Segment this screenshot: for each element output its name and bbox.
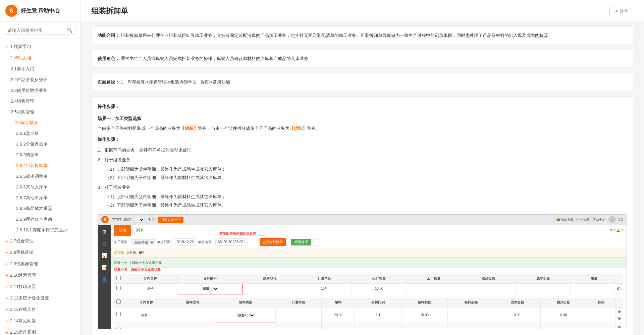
sidebar-item-coupon[interactable]: + 2.9优惠券管理 — [0, 258, 80, 270]
app-extra-icons: ⚙ □ 🔔 × — [609, 227, 623, 233]
role-text: 通常由生产人员或库管人员完成拆装业务的操作，库管人员确认原材料的出库和产成品的入… — [121, 56, 308, 61]
tab-list[interactable]: 列表 — [131, 225, 148, 236]
sidebar-item-cases[interactable]: + 2.15操作案例 — [0, 327, 80, 335]
cell-cost-amt — [516, 283, 570, 294]
plus-icon: + — [5, 330, 8, 335]
step3-sub: （1）上部明细为父件明细，最终作为原材料生成其它出库单； （2）下部明细为子件明… — [106, 193, 627, 209]
logo-text: 好生意 帮助中心 — [21, 7, 60, 14]
sidebar: 6 好生意 帮助中心 🔍 + 1.视频学习 − 2.帮助文档 2.1新手入门 2… — [0, 0, 80, 335]
sidebar-item-print[interactable]: + 2.11打印设置 — [0, 281, 80, 292]
row-checkbox[interactable] — [116, 286, 121, 290]
bottom-table: 子件名称 规格型号 领料类型 计量单位 用料 分摊比例 领料实数 领料金额 成本 — [114, 298, 623, 329]
cell-b-actual-2: 20.00 — [401, 323, 447, 329]
page-title: 组装拆卸单 — [91, 6, 128, 16]
sidebar-item-money[interactable]: + 2.7资金管理 — [0, 235, 80, 247]
cell-b-action-1[interactable]: ⊕ ⊖ — [616, 307, 623, 323]
sidebar-item-label: 2.3使用前数据准备 — [11, 88, 47, 94]
sidebar-item-label: 2.5采购管理 — [11, 109, 34, 115]
sidebar-item-faq[interactable]: + 2.14常见问题 — [0, 315, 80, 327]
sidebar-item-label: 2.6.1盘点单 — [16, 130, 39, 136]
sidebar-item-personalize[interactable]: + 2.12系统个性化设置 — [0, 292, 80, 304]
annotation-text-1: 有装配清单的在这里处理 — [219, 231, 256, 237]
sidebar-item-outother[interactable]: 2.6.7其他出库单 — [0, 192, 80, 203]
col-b-type: 领料类型 — [216, 298, 275, 307]
extra-btn[interactable]: ··· — [313, 239, 321, 245]
app-store-select[interactable] — [135, 217, 145, 223]
cell-b-unit-1 — [275, 307, 321, 323]
sidebar-item-partialcount[interactable]: 2.6.2分量盘点单 — [0, 139, 80, 150]
cell-b-cost-1: 0.00 — [494, 307, 540, 323]
share-icon: ↗ — [614, 9, 618, 14]
cell-parent-code: 组图↓ — [177, 283, 243, 294]
type-select[interactable]: 组装单据 拆卸单据 — [131, 239, 155, 245]
col-b-child-name: 子件名称 — [123, 298, 169, 307]
cell-b-ratio-2: 1:1 — [355, 323, 401, 329]
sidebar-item-stockerror[interactable]: 2.6.10库存账本错了怎么办 — [0, 225, 80, 235]
sidebar-item-label: 2.帮助文档 — [10, 55, 31, 61]
top-table: 父件名称 父件编号 规格型号 计量单位 生产数量 工厂数量 成品金额 成本金额 — [114, 274, 623, 294]
sidebar-item-assembly[interactable]: 2.6.4组装拆卸单 — [0, 160, 80, 171]
plus-icon: + — [5, 307, 8, 312]
sidebar-item-goodscost[interactable]: 2.6.8商品成本重算 — [0, 203, 80, 214]
sidebar-item-label: 2.6.8商品成本重算 — [16, 206, 52, 212]
toggle-label: 组装业务 — [114, 261, 127, 265]
sidebar-item-payment[interactable]: + 2.13在线支付 — [0, 304, 80, 315]
row-checkbox-1[interactable] — [116, 312, 121, 316]
cell-child-name-2: 板材 2 — [123, 323, 169, 329]
cell-b-std-2 — [587, 323, 615, 329]
sidebar-item-mobile[interactable]: + 2.8手机旺铺 — [0, 247, 80, 258]
sidebar-item-video[interactable]: + 1.视频学习 — [0, 41, 80, 52]
sidebar-item-costadj[interactable]: 2.6.5成本调整单 — [0, 171, 80, 182]
select-all-bottom[interactable] — [116, 299, 121, 304]
search-icon[interactable]: 🔍 — [67, 27, 72, 33]
cell-checkbox — [114, 283, 123, 294]
col-b-usage: 用料 — [322, 298, 355, 307]
sidebar-item-inother[interactable]: 2.6.6其他入库单 — [0, 182, 80, 192]
sidebar-item-operation[interactable]: + 2.10经营管理 — [0, 270, 80, 281]
share-button[interactable]: ↗ 分享 — [609, 6, 633, 16]
cell-b-type-2 — [216, 323, 275, 329]
sync-button[interactable]: 同步更新一下 — [158, 217, 183, 223]
role-block: 使用角色： 通常由生产人员或库管人员完成拆装业务的操作，库管人员确认原材料的出库… — [91, 50, 633, 67]
sidebar-item-sales[interactable]: 2.4销售管理 — [0, 96, 80, 107]
process-btn[interactable]: 启用处理 — [291, 239, 311, 245]
app-main-area: 新增 列表 ⚙ □ 🔔 × 加工类型 : 组装单据 拆卸单据 — [111, 225, 627, 329]
cell-b-action-2[interactable]: ⊕ ⊖ — [616, 323, 623, 329]
steps-block: 操作步骤： 场景一：加工类型选择 当由多个子件材料组装成一个成品的业务为【组装】… — [91, 96, 633, 335]
sidebar-item-label: 2.6.5成本调整单 — [16, 173, 48, 179]
col-parent-code: 父件编号 — [177, 274, 243, 283]
cell-b-actual-1: 20.00 — [401, 307, 447, 323]
cell-b-unit-2 — [275, 323, 321, 329]
plus-icon: + — [5, 318, 8, 324]
select-all-top[interactable] — [116, 276, 121, 280]
search-input[interactable] — [8, 28, 67, 33]
sidebar-item-label: 2.1新手入门 — [11, 66, 34, 72]
sidebar-item-label: 2.6.6其他入库单 — [16, 184, 48, 190]
row-checkbox-2[interactable] — [116, 328, 121, 329]
sidebar-item-label: 2.6.2分量盘点单 — [16, 141, 48, 147]
app-icon-set: ⚙ ⟳ — [148, 217, 155, 223]
sidebar-item-stockcount[interactable]: 2.6.1盘点单 — [0, 128, 80, 139]
col-checkbox — [114, 274, 123, 283]
bom-btn[interactable]: 选择对料清单 — [260, 238, 286, 246]
sidebar-item-new[interactable]: 2.1新手入门 — [0, 64, 80, 74]
sidebar-item-inventory[interactable]: − 2.6库存核算 — [0, 117, 80, 128]
sidebar-item-purchase[interactable]: 2.5采购管理 — [0, 107, 80, 117]
topbar-helpcenter: 帮助中心 — [592, 217, 606, 223]
assembly-type-select[interactable]: 组图↓ — [202, 287, 218, 291]
col-b-std: 标用 — [587, 298, 615, 307]
sidebar-item-label: 2.10经营管理 — [10, 272, 36, 278]
sidebar-item-adjust[interactable]: 2.6.3调拨单 — [0, 150, 80, 160]
tab-new[interactable]: 新增 — [114, 225, 131, 236]
step1: 1、根据不同的业务，选择不同单据的类型来处理 — [98, 146, 627, 154]
sidebar-item-stockcheck[interactable]: 2.6.9库存账本查询 — [0, 214, 80, 225]
nav-icon-2: ☰ — [102, 240, 107, 248]
search-wrap[interactable]: 🔍 — [5, 26, 75, 35]
sidebar-item-install[interactable]: 2.2产品安装及登录 — [0, 74, 80, 85]
path-block: 页面路径： 1、库存核算->库存管理->组装拆卸单 2、首页->常用功能 — [91, 73, 633, 91]
path-text: 1、库存核算->库存管理->组装拆卸单 2、首页->常用功能 — [121, 79, 230, 85]
sidebar-item-docs[interactable]: − 2.帮助文档 — [0, 52, 80, 64]
material-type-select-1[interactable]: (收益+↓ — [236, 313, 255, 317]
sidebar-item-prepare[interactable]: 2.3使用前数据准备 — [0, 85, 80, 96]
func-intro-label: 功能介绍： — [98, 33, 119, 38]
